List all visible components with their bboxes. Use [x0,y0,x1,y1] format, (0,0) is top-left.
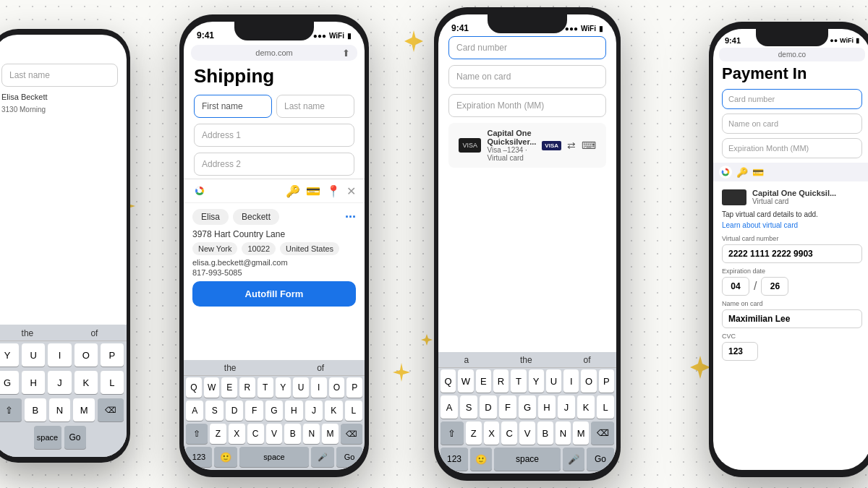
virtual-card-popup: Capital One Quicksil... Virtual card Tap… [713,181,868,368]
svg-point-16 [723,170,727,174]
card-icon-right[interactable]: 💳 [752,167,764,178]
last-name-input[interactable]: Last name [276,95,354,118]
date-slash: / [754,280,757,293]
keyboard-middle: a the of Q W E R T Y U I O P A S D F [438,352,616,474]
chrome-logo [192,184,207,198]
delete-key[interactable]: ⌫ [341,424,362,444]
arrows-icon-middle[interactable]: ⇄ [567,140,576,151]
emoji-key[interactable]: 🙂 [214,447,237,467]
first-name-input[interactable]: First name [194,95,272,118]
mic-key[interactable]: 🎤 [311,447,334,467]
vc-name-value: Maximilian Lee [722,309,862,328]
card-name-middle: Capital One Quicksilver... [487,129,536,146]
card-number-right[interactable]: Card number [722,89,862,109]
vc-number-label: Virtual card number [722,235,862,242]
chrome-logo-right [719,166,732,179]
keyboard-icon-middle[interactable]: ⌨ [582,140,596,151]
autofill-email: elisa.g.beckett@gmail.com [192,258,356,267]
autofill-popup: 🔑 💳 📍 ✕ Elisa Beckett ··· 3978 Hart Coun… [184,179,365,309]
city-zip-row: New York 10022 United States [192,242,356,255]
name-on-card-field-middle[interactable]: Name on card [448,65,606,88]
location-icon[interactable]: 📍 [326,184,341,198]
share-icon[interactable]: ⬆ [342,48,350,59]
payment-title-right: Payment In [722,64,862,83]
space-key[interactable]: space [239,447,309,467]
vc-cvc-label: CVC [722,333,862,340]
autofill-button[interactable]: Autofill Form [192,281,356,307]
svg-point-14 [197,189,202,193]
expiry-right[interactable]: Expiration Month (MM) [722,138,862,158]
phone-right-payment: 9:41 ●● WiFi ▮ demo.co Payment In Card n… [709,22,868,477]
browser-bar-main[interactable]: demo.com ⬆ [191,45,357,61]
shipping-title: Shipping [194,65,354,87]
vc-expiry-label: Expiration date [722,267,862,275]
shift-key[interactable]: ⇧ [186,424,208,444]
key-icon[interactable]: 🔑 [286,184,300,198]
autofill-name-left: Elisa Beckett [1,93,118,101]
autofill-content: Elisa Beckett ··· 3978 Hart Country Lane… [184,203,365,309]
city-chip[interactable]: New York [192,242,237,255]
card-number-field-middle[interactable]: Card number [448,36,606,59]
vc-card-sub: Virtual card [752,197,836,205]
more-options-btn[interactable]: ··· [345,210,356,225]
address2-input[interactable]: Address 2 [194,153,354,176]
card-autofill-middle[interactable]: VISA Capital One Quicksilver... Visa –12… [448,123,606,168]
keyboard-main: the of Q W E R T Y U I O P A S D F G [184,360,365,470]
payment-form-middle: Card number Name on card Expiration Mont… [438,36,616,117]
vc-name-label: Name on card [722,300,862,307]
phone-main-shipping: 9:41 ●●● WiFi ▮ demo.com ⬆ Shipping Firs… [179,14,369,477]
autofill-phone: 817-993-5085 [192,268,356,277]
zip-chip[interactable]: 10022 [242,242,276,255]
name-on-card-right[interactable]: Name on card [722,114,862,134]
phone-middle-payment: 9:41 ●●● WiFi ▮ Card number Name on card… [434,7,621,481]
key-icon-right[interactable]: 🔑 [736,167,748,178]
payment-form-right: Payment In Card number Name on card Expi… [713,64,868,158]
phone-left-partial: Last name Elisa Beckett 3130 Morning the… [0,29,130,463]
card-icon-middle: VISA [459,138,481,153]
autofill-address-left: 3130 Morning [1,106,118,114]
card-sub-middle: Visa –1234 · Virtual card [487,146,536,162]
go-key[interactable]: Go [336,447,362,467]
first-name-chip[interactable]: Elisa [192,209,229,225]
vc-expiry-year: 26 [761,277,788,296]
expiry-field-middle[interactable]: Expiration Month (MM) [448,94,606,117]
autofill-address-text: 3978 Hart Country Lane [192,229,356,239]
last-name-field-left: Last name [1,64,118,87]
num-key[interactable]: 123 [186,447,212,467]
shipping-form: Shipping First name Last name Address 1 … [184,65,365,176]
keyboard-left: the of Y U I O P G H J K L ⇧ B N M [0,325,127,457]
chrome-toolbar-right: 🔑 💳 [713,163,868,181]
vc-expiry-month: 04 [722,277,749,296]
country-chip[interactable]: United States [280,242,339,255]
last-name-chip[interactable]: Beckett [233,209,279,225]
close-icon[interactable]: ✕ [346,184,356,198]
vc-tap-text: Tap virtual card details to add. [722,210,862,220]
vc-number-value: 2222 1111 2222 9903 [722,244,862,263]
name-chips: Elisa Beckett [192,209,279,225]
visa-badge-middle: VISA [542,141,561,150]
vc-cvc-value: 123 [722,342,758,361]
address1-input[interactable]: Address 1 [194,124,354,147]
virtual-card-icon [722,189,746,205]
card-icon-btn[interactable]: 💳 [306,184,320,198]
vc-learn-link[interactable]: Learn about virtual card [722,221,862,229]
browser-bar-right[interactable]: demo.co [719,48,865,61]
vc-card-name: Capital One Quicksil... [752,189,836,197]
